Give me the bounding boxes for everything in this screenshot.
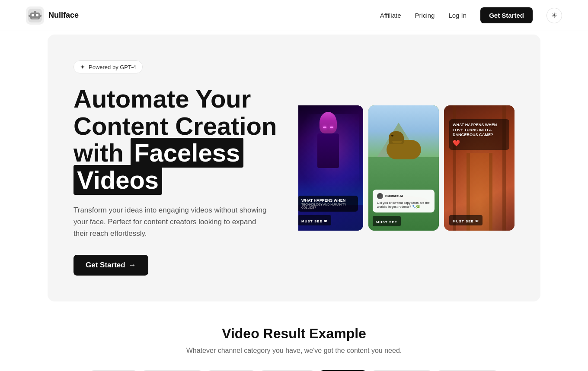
nature-card-overlay: Nullface AI Did you know that capybaras … <box>368 185 439 231</box>
logo-link[interactable]: Nullface <box>26 6 79 25</box>
hero-cta-arrow: → <box>129 261 136 270</box>
video-card-strip: WHAT HAPPENS WHEN TECHNOLOGY AND HUMANIT… <box>298 105 514 231</box>
svg-rect-7 <box>29 15 30 17</box>
navbar-links: Affiliate Pricing Log In Get Started ☀ <box>380 7 562 23</box>
svg-rect-5 <box>32 18 38 19</box>
cyber-must-see-text: MUST SEE 👁 <box>301 219 328 223</box>
theme-toggle-button[interactable]: ☀ <box>546 8 562 23</box>
hero-description: Transform your ideas into engaging video… <box>74 204 272 240</box>
video-card-cyberpunk[interactable]: WHAT HAPPENS WHEN TECHNOLOGY AND HUMANIT… <box>298 105 363 231</box>
tweet-header: Nullface AI <box>377 193 430 199</box>
svg-rect-8 <box>40 15 42 17</box>
eye-left <box>323 127 326 128</box>
capybara-head <box>389 131 404 144</box>
hero-right: WHAT HAPPENS WHEN TECHNOLOGY AND HUMANIT… <box>298 69 514 267</box>
cyber-must-see: MUST SEE 👁 <box>298 215 331 225</box>
hero-title-line1: Automate Your <box>74 85 251 113</box>
hero-title-line3-prefix: with <box>74 139 131 167</box>
cyber-figure <box>311 112 345 181</box>
romance-title-text: WHAT HAPPENS WHEN LOVE TURNS INTO A DANG… <box>453 123 506 138</box>
hero-get-started-button[interactable]: Get Started → <box>74 255 148 276</box>
figure-head <box>320 112 337 133</box>
svg-point-4 <box>36 14 38 16</box>
capybara-figure <box>382 140 425 170</box>
tweet-username: Nullface AI <box>385 194 403 198</box>
capybara-body <box>387 140 421 159</box>
logo-icon <box>26 6 44 25</box>
cyber-question-box: WHAT HAPPENS WHEN TECHNOLOGY AND HUMANIT… <box>298 196 358 212</box>
cyber-question-text: WHAT HAPPENS WHEN <box>301 198 355 203</box>
gpt-badge: ✦ Powered by GPT-4 <box>74 60 143 73</box>
navbar: Nullface Affiliate Pricing Log In Get St… <box>0 0 588 31</box>
cyber-question-sub: TECHNOLOGY AND HUMANITY COLLIDE? <box>301 203 355 209</box>
hero-title-line2: Content Creation <box>74 112 277 140</box>
romance-must-see-text: MUST SEE 👁 <box>453 219 479 223</box>
nav-login[interactable]: Log In <box>448 12 467 19</box>
video-result-title: Video Result Example <box>74 326 514 342</box>
nav-pricing[interactable]: Pricing <box>415 12 435 19</box>
hero-left: ✦ Powered by GPT-4 Automate Your Content… <box>74 60 298 276</box>
svg-rect-6 <box>34 11 36 13</box>
cap-snout <box>392 141 402 143</box>
hero-title-highlight2: Videos <box>74 165 162 195</box>
video-card-romance[interactable]: WHAT HAPPENS WHEN LOVE TURNS INTO A DANG… <box>444 105 514 231</box>
romance-title-box: WHAT HAPPENS WHEN LOVE TURNS INTO A DANG… <box>449 119 509 150</box>
hero-cta-label: Get Started <box>86 261 125 270</box>
eye-right <box>330 127 333 128</box>
hero-title: Automate Your Content Creation with Face… <box>74 86 298 194</box>
tweet-avatar <box>377 193 383 199</box>
tweet-text-content: Did you know that capybaras are the worl… <box>377 201 430 209</box>
gpt-badge-text: Powered by GPT-4 <box>89 64 136 70</box>
cap-eye <box>391 135 393 136</box>
romance-must-see: MUST SEE 👁 <box>449 215 483 225</box>
logo-text: Nullface <box>48 11 79 20</box>
video-card-nature[interactable]: Nullface AI Did you know that capybaras … <box>368 105 439 231</box>
romance-overlay: WHAT HAPPENS WHEN LOVE TURNS INTO A DANG… <box>444 105 514 231</box>
svg-point-3 <box>32 14 34 16</box>
video-result-section: Video Result Example Whatever channel ca… <box>48 305 540 371</box>
gpt-badge-icon: ✦ <box>80 63 85 70</box>
romance-heart: ❤️ <box>453 140 506 146</box>
hero-section: ✦ Powered by GPT-4 Automate Your Content… <box>48 35 540 301</box>
sun-icon: ☀ <box>551 11 557 19</box>
nav-affiliate[interactable]: Affiliate <box>380 12 401 19</box>
nature-must-see: MUST SEE <box>373 216 401 226</box>
nature-must-see-text: MUST SEE <box>376 220 397 224</box>
nav-get-started-button[interactable]: Get Started <box>480 7 533 23</box>
cyber-card-overlay: WHAT HAPPENS WHEN TECHNOLOGY AND HUMANIT… <box>298 190 363 231</box>
figure-body <box>317 133 339 168</box>
hero-title-highlight1: Faceless <box>131 138 243 168</box>
video-result-subtitle: Whatever channel category you have, we'v… <box>74 347 514 355</box>
tweet-box: Nullface AI Did you know that capybaras … <box>373 190 435 213</box>
